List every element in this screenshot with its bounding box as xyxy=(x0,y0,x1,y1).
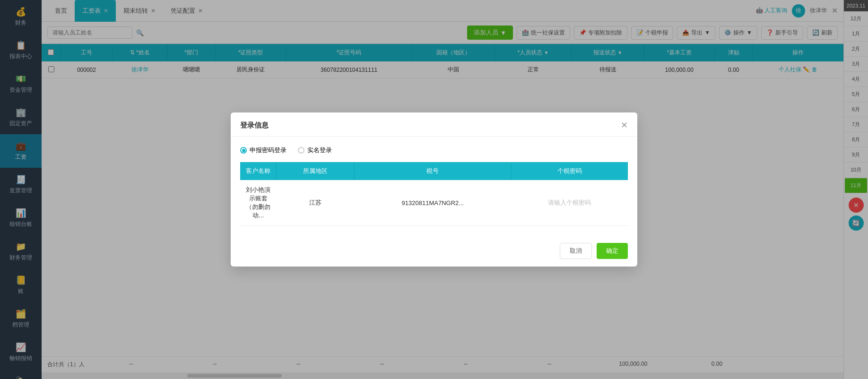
modal-row-geshui-input[interactable]: 请输入个税密码 xyxy=(512,180,628,226)
modal-login-table: 客户名称 所属地区 税号 个税密码 刘小艳演示账套（勿删勿动... 江苏 913… xyxy=(240,162,628,226)
modal-title: 登录信息 xyxy=(240,121,269,130)
modal-close-button[interactable]: ✕ xyxy=(621,120,628,130)
radio-shenbao-circle xyxy=(240,147,247,154)
radio-shenbao[interactable]: 申报密码登录 xyxy=(240,146,286,155)
login-modal: 登录信息 ✕ 申报密码登录 实名登录 客户名称 所属地区 xyxy=(231,112,637,267)
radio-shiming-circle xyxy=(298,147,304,154)
modal-cancel-button[interactable]: 取消 xyxy=(560,243,592,259)
modal-col-shuihao: 税号 xyxy=(354,162,512,180)
modal-table-row: 刘小艳演示账套（勿删勿动... 江苏 91320811MA7NGR2... 请输… xyxy=(240,180,628,226)
radio-shiming[interactable]: 实名登录 xyxy=(298,146,332,155)
radio-shiming-label: 实名登录 xyxy=(307,146,332,155)
modal-overlay[interactable]: 登录信息 ✕ 申报密码登录 实名登录 客户名称 所属地区 xyxy=(0,0,868,379)
modal-confirm-button[interactable]: 确定 xyxy=(597,243,628,259)
modal-footer: 取消 确定 xyxy=(231,235,637,267)
modal-row-kehu: 刘小艳演示账套（勿删勿动... xyxy=(240,180,277,226)
modal-col-geshui: 个税密码 xyxy=(512,162,628,180)
modal-row-suoshu: 江苏 xyxy=(277,180,355,226)
radio-shenbao-label: 申报密码登录 xyxy=(250,146,286,155)
modal-header: 登录信息 ✕ xyxy=(231,112,637,137)
modal-body: 申报密码登录 实名登录 客户名称 所属地区 税号 个税密码 xyxy=(231,137,637,235)
modal-col-kehu: 客户名称 xyxy=(240,162,277,180)
login-radio-group: 申报密码登录 实名登录 xyxy=(240,146,628,155)
modal-col-suoshu: 所属地区 xyxy=(277,162,355,180)
modal-row-shuihao: 91320811MA7NGR2... xyxy=(354,180,512,226)
